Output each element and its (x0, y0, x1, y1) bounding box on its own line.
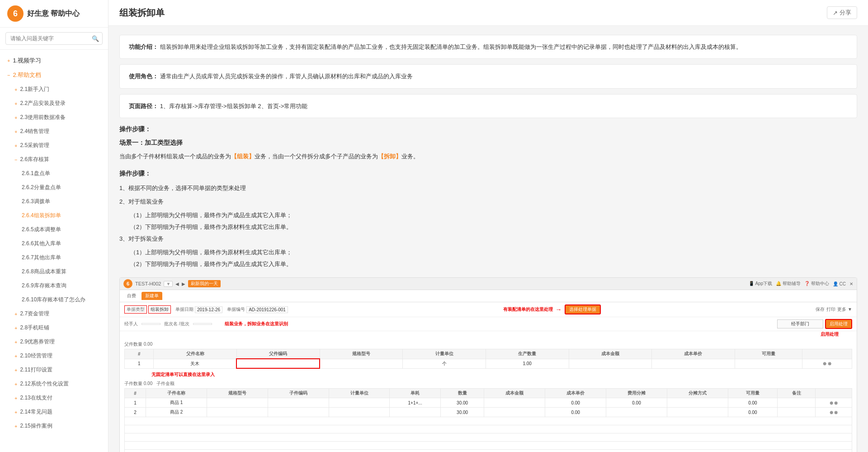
mock-table-header: 生产数量 (486, 349, 569, 359)
mock-refresh-btn[interactable]: 刷新我的一天 (188, 280, 221, 287)
sidebar-item-label: 2.12系统个性化设置 (20, 380, 68, 388)
mock-table-cell (390, 408, 440, 417)
steps-list: 1、根据不同的业务，选择不同单据的类型来处理 2、对于组装业务 （1）上部明细为… (119, 182, 857, 270)
mock-table-cell: 商品 2 (146, 408, 207, 417)
sidebar-header: 6 好生意 帮助中心 (0, 0, 108, 28)
mock-table-cell: ⊕ ⊗ (816, 398, 852, 408)
sidebar-item-s261[interactable]: 2.6.1盘点单 (0, 167, 108, 181)
sidebar-item-newbie[interactable]: + 2.1新手入门 (0, 82, 108, 96)
search-box: 🔍 (0, 28, 108, 50)
mock-table-cell: 2 (125, 408, 146, 417)
share-label: 分享 (840, 9, 851, 17)
sidebar-item-faq[interactable]: + 2.14常见问题 (0, 405, 108, 419)
sidebar-item-cases[interactable]: + 2.15操作案例 (0, 419, 108, 433)
mock-table-cell (667, 408, 728, 417)
sidebar-item-sales[interactable]: + 2.4销售管理 (0, 124, 108, 138)
mock-date-label: 单据日期 (175, 306, 193, 313)
sidebar-item-docs[interactable]: − 2.帮助文档 (0, 68, 108, 82)
mock-table-cell: ⊕ ⊗ (816, 408, 852, 417)
sidebar-item-coupon[interactable]: + 2.9优惠券管理 (0, 335, 108, 349)
step3-sub1: （1）上部明细为父件明细，最终作为原材料生成其它出库单； (119, 247, 857, 258)
sidebar-item-install[interactable]: + 2.2产品安装及登录 (0, 96, 108, 110)
mock-print[interactable]: 打印 (826, 306, 835, 313)
mock-table-header: # (125, 349, 154, 359)
mock-label-warehouse: 经手人 (124, 321, 138, 327)
mock-table-cell: 1+1+... (390, 398, 440, 408)
sidebar-item-s267[interactable]: 2.6.7其他出库单 (0, 251, 108, 265)
mock-table-cell: 1 (125, 359, 154, 368)
expand-icon: + (14, 101, 17, 106)
sidebar-item-fund[interactable]: + 2.7资金管理 (0, 307, 108, 321)
expand-icon: + (14, 143, 17, 148)
sidebar-item-purchase[interactable]: + 2.5采购管理 (0, 138, 108, 152)
mock-tab-self[interactable]: 自费 (123, 292, 140, 300)
sidebar-item-video[interactable]: + 1.视频学习 (0, 53, 108, 68)
sidebar-item-s269[interactable]: 2.6.9库存账本查询 (0, 279, 108, 293)
sidebar-item-mgmt[interactable]: + 2.10经营管理 (0, 349, 108, 363)
mock-other-actions[interactable]: 更多 ▼ (837, 306, 852, 313)
sidebar-item-system[interactable]: + 2.12系统个性化设置 (0, 377, 108, 391)
mock-window-controls: 6 TEST-H002 ▼ ◀ ▶ 刷新我的一天 (123, 279, 221, 288)
mock-nav-right: ▶ (182, 281, 185, 286)
sidebar-item-s262[interactable]: 2.6.2分量盘点单 (0, 181, 108, 195)
mock-save[interactable]: 保存 (816, 306, 825, 313)
share-button[interactable]: ↗ 分享 (827, 6, 857, 19)
sidebar-item-print[interactable]: + 2.11打印设置 (0, 363, 108, 377)
intro-text: 组装拆卸单用来处理企业组装或拆卸等加工业务，支持有固定装配清单的产品加工业务，也… (160, 43, 742, 50)
mock-order-field: 单据编号 AD-20191226-001 (227, 306, 288, 313)
mock-enable-btn[interactable]: 启用处理 (825, 319, 852, 329)
mock-arrow1: → (556, 306, 562, 313)
sidebar-item-s264[interactable]: 2.6.4组装拆卸单 (0, 209, 108, 223)
sidebar-item-mobile[interactable]: + 2.8手机旺铺 (0, 321, 108, 335)
expand-icon: + (14, 395, 17, 401)
mock-right-actions: 保存 打印 更多 ▼ (816, 306, 852, 313)
sidebar-item-stock[interactable]: − 2.6库存核算 (0, 152, 108, 167)
mock-type-value: 组装拆卸 (148, 305, 171, 314)
mock-date-field: 单据日期 2019-12-26 (175, 306, 222, 313)
sidebar-item-s2610[interactable]: 2.6.10库存账本错了怎么办 (0, 293, 108, 307)
search-input[interactable] (5, 32, 103, 45)
sidebar-item-s266[interactable]: 2.6.6其他入库单 (0, 237, 108, 251)
sidebar-item-label: 2.6.6其他入库单 (22, 240, 61, 247)
sidebar-item-label: 2.4销售管理 (20, 128, 49, 135)
mock-helper: 🔔 帮助辅导 (776, 281, 801, 287)
mock-table-cell (268, 408, 329, 417)
mock-close-btn[interactable]: ✕ (849, 281, 853, 286)
sidebar-item-s265[interactable]: 2.6.5成本调整单 (0, 223, 108, 237)
mock-user: 👤 CC (833, 281, 846, 286)
mock-table-cell (484, 408, 545, 417)
sidebar-item-label: 2.1新手入门 (20, 86, 49, 93)
mock-table-cell (236, 359, 320, 368)
mock-lower-controls: 子件数量 0.00 子件金额 (124, 381, 852, 387)
mock-label-num: 批次名 /批次 (164, 321, 189, 327)
table-row (125, 442, 852, 450)
share-icon: ↗ (833, 10, 838, 16)
intro-label: 功能介绍： (129, 43, 158, 50)
mock-table-cell (606, 408, 667, 417)
mock-type-field: 单据类型 组装拆卸 (124, 305, 171, 314)
mock-table-cell: 1 (125, 398, 146, 408)
mock-annotation3: 启用处理 (821, 331, 839, 338)
mock-table-cell (207, 408, 268, 417)
sidebar-item-label: 2.13在线支付 (20, 394, 52, 402)
screenshot-container: 6 TEST-H002 ▼ ◀ ▶ 刷新我的一天 📱 App下载 🔔 帮助辅导 … (119, 277, 857, 452)
mock-enable-field: 经手部门 (777, 319, 823, 328)
sidebar-item-s263[interactable]: 2.6.3调拨单 (0, 195, 108, 209)
expand-icon: + (14, 381, 17, 387)
mock-tab-new[interactable]: 新建单 (142, 292, 162, 300)
sidebar-item-pay[interactable]: + 2.13在线支付 (0, 391, 108, 405)
mock-warehouse-value (142, 323, 160, 325)
mock-table-header: 备注 (778, 389, 816, 398)
sidebar-item-label: 2.6.9库存账本查询 (22, 282, 66, 290)
mock-process-btn[interactable]: 选择处理单据 (565, 305, 601, 314)
path-block: 页面路径： 1、库存核算->库存管理->组装拆卸单 2、首页->常用功能 (119, 94, 857, 118)
sidebar-item-label: 2.10经营管理 (20, 352, 52, 360)
content-area: 功能介绍： 组装拆卸单用来处理企业组装或拆卸等加工业务，支持有固定装配清单的产品… (108, 26, 868, 452)
mock-table-cell: 个 (403, 359, 486, 368)
sidebar-item-data[interactable]: + 2.3使用前数据准备 (0, 110, 108, 124)
sidebar-item-s268[interactable]: 2.6.8商品成本重算 (0, 265, 108, 279)
sidebar-item-label: 2.9优惠券管理 (20, 338, 55, 346)
expand-icon: + (14, 423, 17, 429)
mock-table-header: 计量单位 (403, 349, 486, 359)
mock-table-cell (778, 398, 816, 408)
